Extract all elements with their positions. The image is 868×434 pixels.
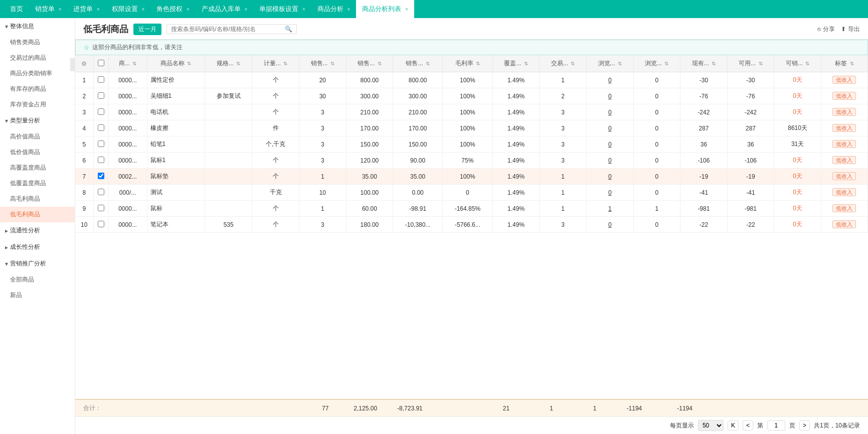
close-template-icon[interactable]: × [302, 7, 305, 12]
sidebar-item-sales-goods[interactable]: 销售类商品 [0, 35, 75, 50]
sidebar-group-type-analysis[interactable]: ▾ 类型量分析 [0, 112, 75, 129]
sidebar-collapse-button[interactable]: 《 [70, 58, 75, 71]
sidebar-item-traded-goods[interactable]: 交易过的商品 [0, 50, 75, 66]
row-number: 10 [75, 217, 93, 233]
sidebar-item-new-goods[interactable]: 新品 [0, 287, 75, 303]
notice-bar: ☆ 这部分商品的利润非常低，请关注 [75, 40, 868, 55]
footer-trade-total: 21 [503, 405, 509, 412]
close-product-inbound-icon[interactable]: × [245, 7, 248, 12]
sidebar-item-all-goods[interactable]: 全部商品 [0, 272, 75, 287]
sidebar-group-overall[interactable]: ▾ 整体信息 [0, 18, 75, 35]
nav-purchase[interactable]: 进货单 × [67, 0, 105, 18]
close-goods-list-icon[interactable]: × [405, 7, 408, 12]
arrow-icon: ▾ [5, 23, 8, 30]
first-page-button[interactable]: K [728, 420, 739, 430]
row-unit: 件 [252, 120, 299, 136]
search-input[interactable] [171, 26, 285, 33]
page-number-input[interactable] [767, 420, 785, 430]
sidebar-item-high-coverage[interactable]: 高覆盖度商品 [0, 160, 75, 176]
row-checkbox[interactable] [93, 217, 108, 233]
nav-home[interactable]: 首页 [4, 0, 29, 18]
table-row: 3 0000... 电话机 个 3 210.00 210.00 100% 1.4… [75, 104, 868, 120]
row-trade: 3 [540, 217, 587, 233]
row-tag: 低收入 [821, 153, 867, 169]
row-checkbox[interactable] [93, 104, 108, 120]
row-current: -41 [680, 185, 728, 201]
row-unit: 个 [252, 104, 299, 120]
col-browse1: 浏览... ⇅ [586, 55, 633, 72]
col-sales2: 销售... ⇅ [346, 55, 393, 72]
sidebar-item-low-value[interactable]: 低价值商品 [0, 144, 75, 160]
row-checkbox[interactable] [93, 88, 108, 104]
row-browse2: 0 [633, 185, 680, 201]
row-sales3: 170.00 [393, 120, 443, 136]
row-checkbox[interactable] [93, 201, 108, 217]
row-available: -76 [727, 88, 774, 104]
page-size-label: 每页显示 [670, 421, 694, 430]
sidebar-group-circulation[interactable]: ▸ 流通性分析 [0, 222, 75, 239]
row-sellable: 0天 [774, 169, 821, 185]
row-checkbox[interactable] [93, 120, 108, 136]
row-checkbox[interactable] [93, 185, 108, 201]
row-checkbox[interactable] [93, 136, 108, 153]
row-browse1: 0 [586, 153, 633, 169]
row-checkbox[interactable] [93, 169, 108, 185]
sidebar-group-marketing[interactable]: ▾ 营销推广分析 [0, 255, 75, 272]
footer-browse1-total: 1 [550, 405, 553, 412]
close-permissions-icon[interactable]: × [142, 7, 145, 12]
nav-product-inbound[interactable]: 产成品入库单 × [196, 0, 253, 18]
row-sellable: 0天 [774, 185, 821, 201]
share-button[interactable]: ⎋ 分享 [817, 25, 835, 34]
select-all-checkbox[interactable] [98, 60, 104, 66]
row-sellable: 31天 [774, 136, 821, 153]
export-button[interactable]: ⬆ 导出 [841, 25, 860, 34]
row-unit: 个 [252, 201, 299, 217]
close-sales-icon[interactable]: × [59, 7, 62, 12]
row-available: 287 [727, 120, 774, 136]
row-sellable: 0天 [774, 201, 821, 217]
sidebar-item-inventory-capital[interactable]: 库存资金占用 [0, 97, 75, 112]
page-size-select[interactable]: 50 100 200 [698, 420, 724, 431]
sidebar-item-high-value[interactable]: 高价值商品 [0, 129, 75, 144]
close-purchase-icon[interactable]: × [97, 7, 100, 12]
content-area: 低毛利商品 近一月 🔍 ⎋ 分享 ⬆ 导出 ☆ 这部分商品的利润非常低，请关注 [75, 18, 868, 434]
row-browse1: 0 [586, 185, 633, 201]
row-code: 0000... [108, 104, 147, 120]
sidebar-item-low-coverage[interactable]: 低覆盖度商品 [0, 176, 75, 191]
page-unit: 页 [789, 421, 795, 430]
search-icon[interactable]: 🔍 [285, 26, 292, 33]
row-available: -106 [727, 153, 774, 169]
sidebar-group-growth[interactable]: ▸ 成长性分析 [0, 239, 75, 255]
sidebar-item-stocked-goods[interactable]: 有库存的商品 [0, 81, 75, 97]
row-unit: 千克 [252, 185, 299, 201]
row-coverage: 1.49% [492, 120, 540, 136]
row-code: 0000... [108, 217, 147, 233]
row-code: 000/... [108, 185, 147, 201]
table-row: 5 0000... 铅笔1 个,千克 3 150.00 150.00 100% … [75, 136, 868, 153]
prev-page-button[interactable]: < [743, 420, 753, 430]
nav-permissions[interactable]: 权限设置 × [106, 0, 150, 18]
filter-button[interactable]: 近一月 [133, 24, 161, 35]
close-roles-icon[interactable]: × [187, 7, 190, 12]
total-label: 共1页，10条记录 [814, 421, 860, 430]
nav-sales[interactable]: 销货单 × [29, 0, 67, 18]
search-box: 🔍 [166, 24, 297, 34]
settings-icon[interactable]: ⚙ [81, 60, 87, 67]
sidebar-item-low-margin[interactable]: 低毛利商品 [0, 207, 75, 222]
row-sales1: 30 [299, 88, 346, 104]
next-page-button[interactable]: > [799, 420, 810, 430]
row-checkbox[interactable] [93, 72, 108, 88]
nav-template[interactable]: 单据模板设置 × [253, 0, 311, 18]
row-trade: 2 [540, 88, 587, 104]
row-checkbox[interactable] [93, 153, 108, 169]
nav-roles[interactable]: 角色授权 × [150, 0, 195, 18]
nav-goods-analysis-list[interactable]: 商品分析列表 × [356, 0, 414, 18]
row-sales2: 35.00 [346, 169, 393, 185]
close-goods-analysis-icon[interactable]: × [347, 7, 350, 12]
row-name: 橡皮擦 [147, 120, 205, 136]
sidebar-item-high-margin[interactable]: 高毛利商品 [0, 191, 75, 207]
sidebar-item-category-rate[interactable]: 商品分类助销率 [0, 66, 75, 81]
row-sales3: 90.00 [393, 153, 443, 169]
row-coverage: 1.49% [492, 153, 540, 169]
nav-goods-analysis[interactable]: 商品分析 × [311, 0, 356, 18]
